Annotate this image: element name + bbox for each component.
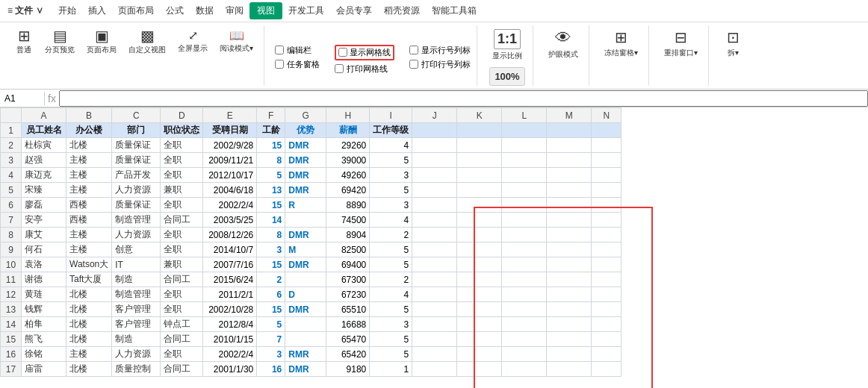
cell-r15c5[interactable]: 7 [257,332,285,347]
cell-r9ce13[interactable] [592,242,621,257]
cell-r7ce12[interactable] [547,213,592,228]
cell-r4c2[interactable]: 产品开发 [112,168,161,183]
read-mode-btn[interactable]: 📖 阅读模式▾ [215,27,258,57]
cell-r10c0[interactable]: 袁洛 [22,257,66,272]
cell-r16ce11[interactable] [502,347,547,362]
cell-r13c4[interactable]: 2002/10/28 [203,302,257,317]
cell-r11c7[interactable]: 67300 [326,272,370,287]
cell-r10c7[interactable]: 69400 [326,257,370,272]
cell-i1[interactable]: 工作等级 [370,123,412,138]
cell-r8c8[interactable]: 2 [370,228,412,242]
print-gridlines-checkbox[interactable]: 打印网格线 [335,63,394,75]
cell-b1[interactable]: 办公楼 [66,123,112,138]
cell-r14c7[interactable]: 16688 [326,317,370,332]
cell-r13c7[interactable]: 65510 [326,302,370,317]
cell-r4ce13[interactable] [592,168,621,183]
cell-r12c0[interactable]: 黄琏 [22,287,66,302]
cell-r13c5[interactable]: 15 [257,302,285,317]
print-row-col-input[interactable] [409,60,418,69]
cell-r10c3[interactable]: 兼职 [161,257,203,272]
cell-r15c4[interactable]: 2010/1/15 [203,332,257,347]
cell-r17ce13[interactable] [592,362,621,377]
cell-r3c0[interactable]: 赵强 [22,153,66,168]
cell-r8c2[interactable]: 人力资源 [112,228,161,242]
cell-l1[interactable] [502,123,547,138]
cell-r11c4[interactable]: 2015/6/24 [203,272,257,287]
cell-r8ce10[interactable] [457,228,502,242]
cell-r15c7[interactable]: 65470 [326,332,370,347]
cell-r7c8[interactable]: 4 [370,213,412,228]
cell-r14ce12[interactable] [547,317,592,332]
cell-r6ce10[interactable] [457,198,502,213]
cell-r14c6[interactable] [285,317,326,332]
cell-r2ce11[interactable] [502,138,547,153]
cell-r9c8[interactable]: 5 [370,242,412,257]
cell-r13c0[interactable]: 钱辉 [22,302,66,317]
cell-r6c0[interactable]: 廖磊 [22,198,66,213]
menu-member[interactable]: 会员专享 [330,3,378,19]
cell-r13c3[interactable]: 全职 [161,302,203,317]
cell-r17c2[interactable]: 质量控制 [112,362,161,377]
cell-r14c0[interactable]: 柏隼 [22,317,66,332]
cell-r5c3[interactable]: 兼职 [161,183,203,198]
cell-r11ce10[interactable] [457,272,502,287]
spreadsheet-container[interactable]: A B C D E F G H I J K L M N [0,107,868,377]
cell-r3c8[interactable]: 5 [370,153,412,168]
cell-r12c3[interactable]: 全职 [161,287,203,302]
cell-r10c1[interactable]: Watson大 [66,257,112,272]
cell-r9c4[interactable]: 2014/10/7 [203,242,257,257]
cell-r12ce11[interactable] [502,287,547,302]
cell-r4ce9[interactable] [412,168,457,183]
cell-r11ce12[interactable] [547,272,592,287]
cell-j1[interactable] [412,123,457,138]
cell-r17ce10[interactable] [457,362,502,377]
cell-r15c6[interactable] [285,332,326,347]
cell-r4ce10[interactable] [457,168,502,183]
cell-r8ce9[interactable] [412,228,457,242]
cell-r5c4[interactable]: 2004/6/18 [203,183,257,198]
cell-r14c5[interactable]: 5 [257,317,285,332]
cell-r10ce13[interactable] [592,257,621,272]
cell-r2c1[interactable]: 北楼 [66,138,112,153]
freeze-btn[interactable]: ⊞ 冻结窗格▾ [600,25,642,61]
cell-r11ce11[interactable] [502,272,547,287]
menu-dev-tools[interactable]: 开发工具 [282,3,330,19]
cell-reference[interactable]: A1 [0,92,45,105]
cell-r17c8[interactable]: 1 [370,362,412,377]
cell-r6c7[interactable]: 8890 [326,198,370,213]
cell-r4c7[interactable]: 49260 [326,168,370,183]
show-gridlines-checkbox[interactable]: 显示网格线 [335,45,394,60]
cell-r3ce10[interactable] [457,153,502,168]
cell-r9ce9[interactable] [412,242,457,257]
fullscreen-btn[interactable]: ⤢ 全屏显示 [173,27,212,57]
cell-d1[interactable]: 职位状态 [161,123,203,138]
cell-f1[interactable]: 工龄 [257,123,285,138]
cell-r14c2[interactable]: 客户管理 [112,317,161,332]
cell-r4c0[interactable]: 康迈克 [22,168,66,183]
cell-r3c4[interactable]: 2009/11/21 [203,153,257,168]
cell-r11ce13[interactable] [592,272,621,287]
cell-r16ce12[interactable] [547,347,592,362]
cell-r9c5[interactable]: 3 [257,242,285,257]
cell-r14ce10[interactable] [457,317,502,332]
cell-r17c7[interactable]: 9180 [326,362,370,377]
cell-r16ce10[interactable] [457,347,502,362]
cell-r15ce9[interactable] [412,332,457,347]
cell-r3c2[interactable]: 质量保证 [112,153,161,168]
cell-r9ce11[interactable] [502,242,547,257]
col-header-l[interactable]: L [502,108,547,123]
cell-r7c5[interactable]: 14 [257,213,285,228]
cell-k1[interactable] [457,123,502,138]
menu-start[interactable]: 开始 [52,3,82,19]
col-header-m[interactable]: M [547,108,592,123]
cell-r17c0[interactable]: 庙雷 [22,362,66,377]
menu-insert[interactable]: 插入 [82,3,112,19]
cell-r3ce11[interactable] [502,153,547,168]
cell-r6ce9[interactable] [412,198,457,213]
cell-r11ce9[interactable] [412,272,457,287]
split-btn[interactable]: ⊡ 拆▾ [719,25,746,61]
cell-r7c1[interactable]: 西楼 [66,213,112,228]
cell-r8c6[interactable]: DMR [285,228,326,242]
cell-r16c4[interactable]: 2002/2/4 [203,347,257,362]
col-header-k[interactable]: K [457,108,502,123]
